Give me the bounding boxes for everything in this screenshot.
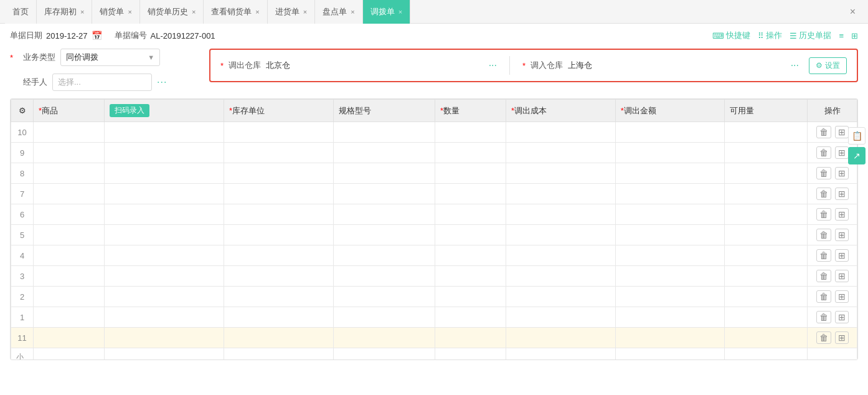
copy-icon-8[interactable]: ⊞ — [835, 167, 849, 179]
tab-view-sales[interactable]: 查看销货单 × — [204, 0, 267, 24]
row-unit-6[interactable] — [224, 204, 333, 225]
row-qty-3[interactable] — [435, 266, 506, 287]
row-spec-9[interactable] — [333, 143, 435, 163]
tab-sales-history[interactable]: 销货单历史 × — [140, 0, 204, 24]
row-goods-10[interactable] — [34, 122, 105, 143]
row-goods-9[interactable] — [34, 143, 105, 163]
row-goods-3[interactable] — [34, 266, 105, 287]
tab-transfer[interactable]: 调拨单 × — [363, 0, 410, 24]
row-spec-3[interactable] — [333, 266, 435, 287]
row-amount-8[interactable] — [615, 163, 725, 184]
close-tab-transfer[interactable]: × — [399, 8, 402, 16]
copy-icon-1[interactable]: ⊞ — [835, 311, 849, 323]
row-unit-5[interactable] — [224, 225, 333, 245]
row-available-8[interactable] — [725, 163, 808, 184]
copy-icon-3[interactable]: ⊞ — [835, 270, 849, 282]
close-tab-sales-order[interactable]: × — [128, 8, 131, 16]
row-qty-5[interactable] — [435, 225, 506, 245]
row-spec-7[interactable] — [333, 184, 435, 204]
row-cost-2[interactable] — [506, 287, 616, 307]
row-cost-4[interactable] — [506, 245, 616, 266]
row-cost-5[interactable] — [506, 225, 616, 245]
row-cost-1[interactable] — [506, 307, 616, 328]
row-goods-4[interactable] — [34, 245, 105, 266]
delete-icon-9[interactable]: 🗑 — [816, 146, 831, 159]
row-amount-1[interactable] — [615, 307, 725, 328]
row-spec-8[interactable] — [333, 163, 435, 184]
row-goods-7[interactable] — [34, 184, 105, 204]
row-qty-2[interactable] — [435, 287, 506, 307]
row-amount-7[interactable] — [615, 184, 725, 204]
row-qty-7[interactable] — [435, 184, 506, 204]
layout-btn2[interactable]: ⊞ — [851, 31, 858, 40]
row-cost-8[interactable] — [506, 163, 616, 184]
warehouse-in-more-btn[interactable]: ··· — [791, 60, 799, 71]
scan-entry-button[interactable]: 扫码录入 — [110, 104, 149, 117]
close-tab-view-sales[interactable]: × — [255, 8, 259, 16]
copy-icon-4[interactable]: ⊞ — [835, 249, 849, 262]
row-amount-6[interactable] — [615, 204, 725, 225]
operate-btn[interactable]: ⠿ 操作 — [758, 30, 782, 41]
row-available-2[interactable] — [725, 287, 808, 307]
tab-stocktake[interactable]: 盘点单 × — [315, 0, 362, 24]
row-available-9[interactable] — [725, 143, 808, 163]
row-qty-10[interactable] — [435, 122, 506, 143]
close-all-tabs[interactable]: × — [842, 6, 863, 17]
delete-icon-2[interactable]: 🗑 — [816, 290, 831, 303]
close-tab-purchase[interactable]: × — [303, 8, 307, 16]
row-spec-1[interactable] — [333, 307, 435, 328]
shortcut-btn[interactable]: ⌨ 快捷键 — [712, 30, 750, 41]
layout-btn1[interactable]: ≡ — [839, 31, 844, 40]
row-amount-4[interactable] — [615, 245, 725, 266]
row-unit-9[interactable] — [224, 143, 333, 163]
tab-sales-order[interactable]: 销货单 × — [92, 0, 139, 24]
tab-inventory-init[interactable]: 库存期初 × — [37, 0, 92, 24]
row-qty-4[interactable] — [435, 245, 506, 266]
row-unit-1[interactable] — [224, 307, 333, 328]
row-cost-7[interactable] — [506, 184, 616, 204]
row-goods-1[interactable] — [34, 307, 105, 328]
row-available-6[interactable] — [725, 204, 808, 225]
copy-icon-6[interactable]: ⊞ — [835, 208, 849, 221]
row-cost-6[interactable] — [506, 204, 616, 225]
row-available-4[interactable] — [725, 245, 808, 266]
row-available-10[interactable] — [725, 122, 808, 143]
row-amount-9[interactable] — [615, 143, 725, 163]
handler-more-btn[interactable]: ··· — [157, 77, 167, 88]
row-qty-6[interactable] — [435, 204, 506, 225]
row-unit-3[interactable] — [224, 266, 333, 287]
row-cost-10[interactable] — [506, 122, 616, 143]
row-amount-5[interactable] — [615, 225, 725, 245]
sidebar-export-btn[interactable]: ↗ — [848, 147, 866, 164]
close-tab-stocktake[interactable]: × — [351, 8, 354, 16]
row-spec-6[interactable] — [333, 204, 435, 225]
tab-home[interactable]: 首页 — [5, 0, 37, 24]
sidebar-note-btn[interactable]: 📋 — [848, 127, 866, 145]
delete-icon-1[interactable]: 🗑 — [816, 311, 831, 323]
delete-icon-4[interactable]: 🗑 — [816, 249, 831, 262]
row-available-3[interactable] — [725, 266, 808, 287]
row-goods-2[interactable] — [34, 287, 105, 307]
delete-icon-8[interactable]: 🗑 — [816, 167, 831, 179]
row-goods-5[interactable] — [34, 225, 105, 245]
warehouse-out-more-btn[interactable]: ··· — [489, 60, 497, 71]
calendar-icon[interactable]: 📅 — [92, 31, 102, 40]
tab-purchase[interactable]: 进货单 × — [268, 0, 315, 24]
subtotal-delete-icon[interactable]: 🗑 — [816, 331, 831, 344]
row-unit-4[interactable] — [224, 245, 333, 266]
row-unit-7[interactable] — [224, 184, 333, 204]
col-gear[interactable]: ⚙ — [11, 100, 34, 122]
row-available-5[interactable] — [725, 225, 808, 245]
row-goods-6[interactable] — [34, 204, 105, 225]
handler-select[interactable]: 选择... — [52, 74, 152, 91]
business-type-select[interactable]: 同价调拨 ▼ — [60, 49, 160, 66]
delete-icon-6[interactable]: 🗑 — [816, 208, 831, 221]
row-cost-3[interactable] — [506, 266, 616, 287]
row-unit-8[interactable] — [224, 163, 333, 184]
copy-icon-2[interactable]: ⊞ — [835, 290, 849, 303]
close-tab-sales-history[interactable]: × — [192, 8, 196, 16]
row-qty-1[interactable] — [435, 307, 506, 328]
row-spec-10[interactable] — [333, 122, 435, 143]
close-tab-inventory-init[interactable]: × — [80, 8, 84, 16]
copy-icon-7[interactable]: ⊞ — [835, 188, 849, 200]
